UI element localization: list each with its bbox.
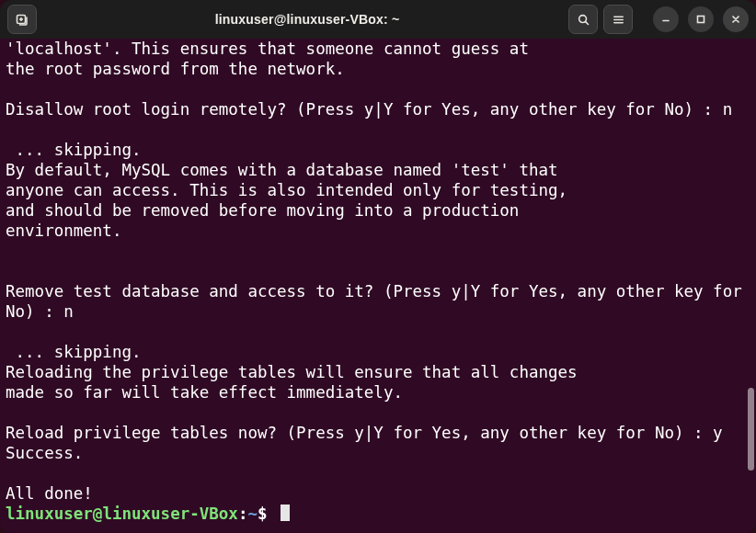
terminal-viewport[interactable]: 'localhost'. This ensures that someone c… bbox=[0, 39, 756, 533]
prompt-at: @ bbox=[93, 505, 103, 523]
window-title: linuxuser@linuxuser-VBox: ~ bbox=[52, 12, 563, 27]
prompt-host: linuxuser-VBox bbox=[102, 505, 238, 523]
prompt-sigil: $ bbox=[258, 505, 277, 523]
scrollbar-thumb[interactable] bbox=[748, 388, 754, 471]
terminal-scrollback: 'localhost'. This ensures that someone c… bbox=[6, 39, 750, 504]
terminal-window: linuxuser@linuxuser-VBox: ~ bbox=[0, 0, 756, 533]
cursor-block bbox=[281, 505, 290, 521]
prompt-user: linuxuser bbox=[6, 505, 93, 523]
titlebar: linuxuser@linuxuser-VBox: ~ bbox=[0, 0, 756, 39]
minimize-icon bbox=[660, 14, 671, 25]
prompt-sep: : bbox=[238, 505, 248, 523]
window-controls bbox=[653, 6, 749, 32]
new-tab-button[interactable] bbox=[7, 5, 37, 34]
menu-button[interactable] bbox=[603, 5, 633, 34]
search-icon bbox=[577, 13, 590, 27]
close-icon bbox=[730, 14, 741, 25]
maximize-button[interactable] bbox=[688, 6, 714, 32]
svg-rect-2 bbox=[698, 17, 704, 23]
prompt-path: ~ bbox=[247, 505, 258, 523]
new-tab-icon bbox=[15, 12, 29, 27]
close-button[interactable] bbox=[723, 6, 749, 32]
maximize-icon bbox=[695, 14, 706, 25]
search-button[interactable] bbox=[568, 5, 598, 34]
minimize-button[interactable] bbox=[653, 6, 679, 32]
hamburger-icon bbox=[612, 13, 625, 27]
